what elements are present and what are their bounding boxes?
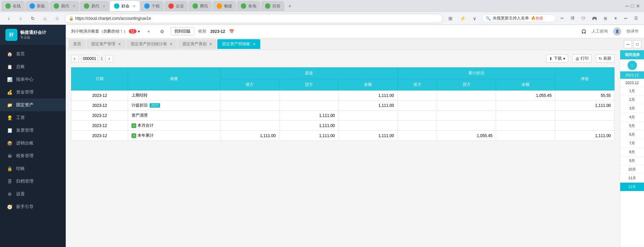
sidebar-item-archive[interactable]: 🗄 归档管理 [0, 175, 66, 188]
new-tab-button[interactable]: ＋ [285, 1, 294, 11]
period-month-5[interactable]: 5月 [620, 122, 644, 130]
tab-close-asset-detail[interactable]: ✕ [253, 42, 256, 46]
period-month-6[interactable]: 6月 [620, 130, 644, 139]
tab-asset-detail[interactable]: 固定资产明细账 ✕ [217, 39, 260, 49]
browser-tab-yidai1[interactable]: 易代 ✕ [50, 1, 79, 11]
sidebar-item-general-ledger[interactable]: 📋 总账 [0, 60, 66, 73]
forward-button[interactable]: › [16, 14, 25, 23]
closing-icon: 🔒 [7, 166, 13, 172]
topbar-settings-icon[interactable]: ⚙ [157, 27, 167, 36]
browser-tab-gedi[interactable]: 各地 [237, 1, 260, 11]
back-button[interactable]: ‹ [4, 14, 13, 23]
maximize-tab-btn[interactable]: □ [633, 40, 641, 48]
print-btn[interactable]: 🖨 打印 [572, 54, 592, 63]
sidebar-item-closing[interactable]: 🔒 结账 [0, 162, 66, 175]
table-row[interactable]: 2023-12≡本月合计1,111.00 [71, 121, 614, 131]
browser-restore[interactable]: □ [631, 3, 634, 9]
browser-tab-new[interactable]: 新版 [25, 1, 49, 11]
reload-button[interactable]: ↻ [28, 14, 38, 23]
tab-close-fixed-assets-mgmt[interactable]: ✕ [118, 42, 121, 46]
minimize-tab-btn[interactable]: ─ [624, 40, 632, 48]
tab-asset-category[interactable]: 固定资产类别 ✕ [178, 39, 217, 49]
username: 徐译华 [627, 28, 639, 34]
tab-close-asset-category[interactable]: ✕ [209, 42, 212, 46]
switch-version-btn[interactable]: 切到旧版 [171, 27, 194, 36]
table-row[interactable]: 2023-12≡本年累计1,111.001,111.001,111.001,05… [71, 131, 614, 141]
grid-btn[interactable]: ⊞ [602, 15, 609, 21]
table-row[interactable]: 2023-12计提折旧20231,111.001,111.00 [71, 101, 614, 111]
dropdown-button[interactable]: ∨ [470, 14, 479, 23]
extensions-button[interactable]: ⊞ [446, 14, 455, 23]
sidebar-item-tax[interactable]: 🏛 税务管理 [0, 149, 66, 162]
period-month-10[interactable]: 10月 [620, 165, 644, 174]
browser-tab-yidai2[interactable]: 易代 ✕ [80, 1, 109, 11]
period-month-3[interactable]: 3月 [620, 104, 644, 113]
tab-close-yidai1[interactable]: ✕ [72, 4, 75, 8]
sidebar-item-invoice[interactable]: 🧾 发票管理 [0, 124, 66, 137]
browser-tab-haohui[interactable]: 好会 ✕ [110, 1, 140, 11]
period-month-4[interactable]: 4月 [620, 113, 644, 122]
sidebar-label-home: 首页 [16, 51, 25, 57]
sidebar-label-guide: 新手引导 [16, 204, 34, 210]
sidebar-item-settings[interactable]: ⚙ 设置 [0, 188, 66, 200]
browser-tab-qiye[interactable]: 企业 [164, 1, 188, 11]
content-tabs: 首页 固定资产管理 ✕ 固定资产折旧统计表 ✕ 固定资产类别 ✕ 固定资产明细账… [66, 38, 644, 50]
download-btn[interactable]: ⬇ 下载 ▾ [546, 54, 568, 63]
settings-icon: ⚙ [7, 191, 13, 197]
period-year-2[interactable]: 2023.12 [620, 79, 644, 87]
browser-close[interactable]: ✕ [636, 3, 640, 9]
sidebar-item-inventory[interactable]: 📦 进销台账 [0, 137, 66, 149]
cell-date-1: 2023-12 [71, 101, 128, 111]
translate-btn[interactable]: 译 [569, 15, 577, 22]
browser-tab-geshui[interactable]: 个税 [140, 1, 164, 11]
tab-fixed-assets-mgmt[interactable]: 固定资产管理 ✕ [87, 39, 125, 49]
sidebar-item-fixed-assets[interactable]: 📁 固定资产 [0, 99, 66, 111]
tab-home[interactable]: 首页 [68, 39, 86, 49]
sidebar-item-home[interactable]: 🏠 首页 [0, 48, 66, 60]
period-month-8[interactable]: 8月 [620, 148, 644, 157]
scroll-up-icon[interactable]: ↑ [628, 61, 637, 70]
home-icon: 🏠 [7, 51, 13, 57]
menu-btn[interactable]: ☰ [632, 15, 640, 21]
refresh-btn[interactable]: ↻ 刷新 [596, 54, 614, 63]
home-button[interactable]: ⌂ [40, 14, 50, 23]
period-month-1[interactable]: 1月 [620, 87, 644, 96]
prev-page-btn[interactable]: ‹ [71, 55, 78, 62]
topbar-add-btn[interactable]: ＋ [144, 27, 153, 36]
tab-close-haohui[interactable]: ✕ [133, 4, 136, 8]
boost-button[interactable]: ⚡ [458, 14, 467, 23]
cell-accum_balance-3 [496, 121, 555, 131]
tab-close-yidai2[interactable]: ✕ [103, 4, 105, 8]
calendar-icon[interactable]: 📅 [229, 29, 234, 34]
shield-btn[interactable]: 🛡 [579, 15, 587, 21]
period-month-7[interactable]: 7月 [620, 139, 644, 148]
tab-depreciation-stat[interactable]: 固定资产折旧统计表 ✕ [126, 39, 177, 49]
bookmark-button[interactable]: ☆ [52, 14, 62, 23]
sidebar-item-cash[interactable]: 💰 资金管理 [0, 86, 66, 99]
game-btn[interactable]: 🎮 [590, 15, 599, 21]
browser-minimize[interactable]: ─ [625, 3, 629, 9]
theme-btn[interactable]: ☀ [612, 15, 620, 21]
sidebar-item-reports[interactable]: 📊 报表中心 [0, 73, 66, 86]
cut-btn[interactable]: ✂ [558, 15, 566, 21]
browser-tab-muqian[interactable]: 目前 [261, 1, 284, 11]
address-bar-input[interactable]: 🔒 https://cloud.chanjet.com/accounting/u… [64, 14, 443, 23]
next-page-btn[interactable]: › [106, 55, 113, 62]
sidebar-item-guide[interactable]: 🧭 新手引导 [0, 200, 66, 213]
company-selector[interactable]: 刘小艳演示账套（勿删勿动！） 11 ▾ [71, 28, 140, 34]
browser-tab-online[interactable]: 在线 [1, 1, 25, 11]
browser-tab-changjie[interactable]: 畅捷 [213, 1, 236, 11]
period-year-1[interactable]: 2023.12 [620, 71, 644, 79]
period-month-11[interactable]: 11月 [620, 174, 644, 183]
history-btn[interactable]: ↩ [622, 15, 630, 21]
tab-close-depreciation-stat[interactable]: ✕ [170, 42, 172, 46]
sidebar-item-payroll[interactable]: 👷 工资 [0, 111, 66, 124]
period-month-2[interactable]: 2月 [620, 96, 644, 104]
table-row[interactable]: 2023-12上期结转1,111.001,055.4555.55 [71, 90, 614, 101]
period-month-9[interactable]: 9月 [620, 157, 644, 165]
table-row[interactable]: 2023-12资产清理1,111.00 [71, 111, 614, 121]
page-number-input[interactable] [81, 55, 98, 62]
browser-tab-tengxun[interactable]: 腾讯 [189, 1, 212, 11]
period-month-12[interactable]: 12月 [620, 183, 644, 191]
customer-service-label[interactable]: 人工咨询 [592, 28, 608, 34]
